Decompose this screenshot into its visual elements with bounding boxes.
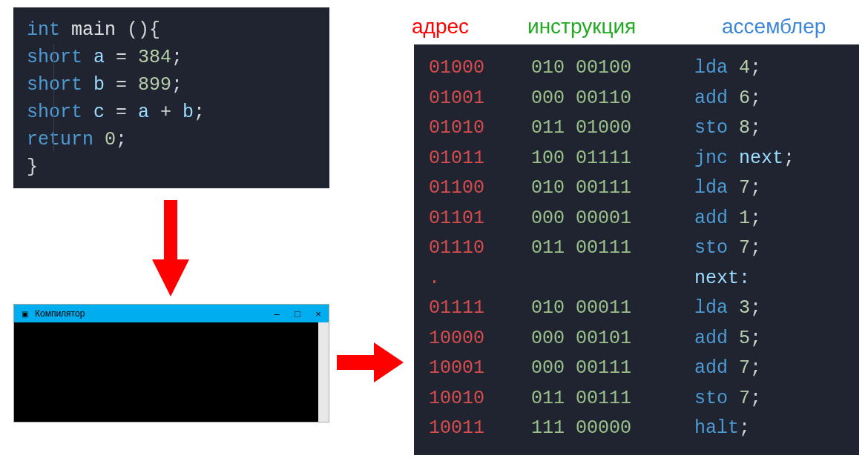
asm-mnemonic-col: sto 7; <box>694 233 761 264</box>
asm-argument: 3 <box>739 297 750 319</box>
code-line: short a = 384; <box>27 44 316 71</box>
code-token: short <box>27 47 82 68</box>
asm-address: 10010 <box>429 384 531 414</box>
asm-mnemonic-col: sto 7; <box>694 384 761 414</box>
asm-row: 10000000 00101add 5; <box>429 324 844 354</box>
code-token: ; <box>194 102 205 123</box>
asm-mnemonic: lda <box>694 57 728 79</box>
asm-argument: next <box>739 148 783 169</box>
close-button[interactable]: × <box>308 305 329 322</box>
asm-mnemonic: jnc <box>694 148 728 169</box>
code-token <box>60 19 71 41</box>
asm-instruction: 010 00111 <box>531 173 694 204</box>
code-token: short <box>27 74 82 96</box>
asm-instruction: 011 00111 <box>531 384 694 414</box>
code-token: ; <box>116 129 127 150</box>
asm-row: 01000010 00100lda 4; <box>429 53 844 84</box>
source-code-editor: int main (){ short a = 384; short b = 89… <box>13 7 329 188</box>
code-token <box>82 74 93 96</box>
semicolon: ; <box>750 117 761 139</box>
asm-headers: адрес инструкция ассемблер <box>412 15 849 39</box>
asm-argument: 1 <box>739 208 750 229</box>
compiler-window: ▣ Компилятор – □ × <box>13 304 329 422</box>
semicolon: ; <box>750 328 761 349</box>
asm-row: 01100010 00111lda 7; <box>429 173 844 204</box>
arrow-down-icon <box>152 200 189 296</box>
asm-argument: 7 <box>739 177 750 199</box>
asm-mnemonic-col: sto 8; <box>694 113 761 144</box>
asm-rows: 01000010 00100lda 4;01001000 00110add 6;… <box>429 53 844 444</box>
asm-instruction: 111 00000 <box>531 414 694 444</box>
asm-instruction: 000 00001 <box>531 204 694 234</box>
code-token: ; <box>171 47 183 68</box>
window-buttons: – □ × <box>266 305 329 322</box>
asm-argument: 8 <box>739 117 750 139</box>
semicolon: ; <box>750 57 761 79</box>
asm-mnemonic-col: add 7; <box>694 354 761 384</box>
asm-address: 01111 <box>429 294 531 324</box>
header-address: адрес <box>412 15 527 39</box>
minimize-button[interactable]: – <box>266 305 287 322</box>
asm-argument: 5 <box>739 328 750 349</box>
compiler-title: Компилятор <box>35 308 266 319</box>
asm-instruction: 000 00110 <box>531 84 694 114</box>
code-token <box>116 19 127 41</box>
asm-instruction <box>531 264 694 294</box>
code-token: } <box>27 156 38 178</box>
asm-row: 01011100 01111jnc next; <box>429 144 844 174</box>
scrollbar-thumb[interactable] <box>318 322 329 422</box>
asm-mnemonic-col: add 5; <box>694 324 761 354</box>
code-token: = <box>105 102 138 123</box>
semicolon: ; <box>750 237 761 259</box>
asm-mnemonic: add <box>694 87 728 109</box>
indent-guide <box>53 44 54 151</box>
asm-instruction: 011 00111 <box>531 233 694 264</box>
asm-mnemonic-col: halt; <box>694 414 750 444</box>
asm-argument: 6 <box>739 87 750 109</box>
code-line: short b = 899; <box>27 71 316 99</box>
code-token: short <box>27 102 82 123</box>
asm-mnemonic: halt <box>694 417 739 439</box>
asm-instruction: 011 01000 <box>531 113 694 144</box>
asm-mnemonic: add <box>694 357 728 379</box>
code-token: a <box>93 47 105 68</box>
asm-address: . <box>429 264 531 294</box>
code-token: = <box>105 74 138 96</box>
code-token: main <box>71 19 116 41</box>
asm-instruction: 100 01111 <box>531 144 694 174</box>
asm-address: 01000 <box>429 53 531 84</box>
maximize-button[interactable]: □ <box>287 305 308 322</box>
semicolon: ; <box>750 357 761 379</box>
code-token: b <box>93 74 105 96</box>
asm-instruction: 010 00011 <box>531 294 694 324</box>
asm-row: 01010011 01000sto 8; <box>429 113 844 144</box>
asm-argument: 4 <box>739 57 750 79</box>
code-token: int <box>27 19 60 41</box>
code-token <box>82 102 93 123</box>
code-line: int main (){ <box>27 16 316 44</box>
asm-row: 01111010 00011lda 3; <box>429 294 844 324</box>
asm-argument: 7 <box>739 388 750 409</box>
asm-address: 10000 <box>429 324 531 354</box>
app-icon: ▣ <box>19 308 30 319</box>
code-token: a <box>138 102 149 123</box>
asm-row: 01001000 00110add 6; <box>429 84 844 114</box>
header-assembler: ассемблер <box>722 15 826 39</box>
asm-address: 01101 <box>429 204 531 234</box>
asm-instruction: 000 00111 <box>531 354 694 384</box>
asm-mnemonic-col: lda 7; <box>694 173 761 204</box>
asm-argument: 7 <box>739 357 750 379</box>
asm-row: 01110011 00111sto 7; <box>429 233 844 264</box>
code-token: c <box>93 102 105 123</box>
asm-mnemonic: add <box>694 208 728 229</box>
semicolon: ; <box>750 297 761 319</box>
asm-row: 10011111 00000halt; <box>429 414 844 444</box>
scrollbar[interactable] <box>318 322 329 422</box>
asm-label-def: next: <box>694 268 750 289</box>
code-token <box>93 129 105 150</box>
asm-address: 01010 <box>429 113 531 144</box>
header-instruction: инструкция <box>527 15 722 39</box>
asm-table: 01000010 00100lda 4;01001000 00110add 6;… <box>414 44 859 455</box>
asm-instruction: 000 00101 <box>531 324 694 354</box>
asm-mnemonic-col: add 1; <box>694 204 761 234</box>
